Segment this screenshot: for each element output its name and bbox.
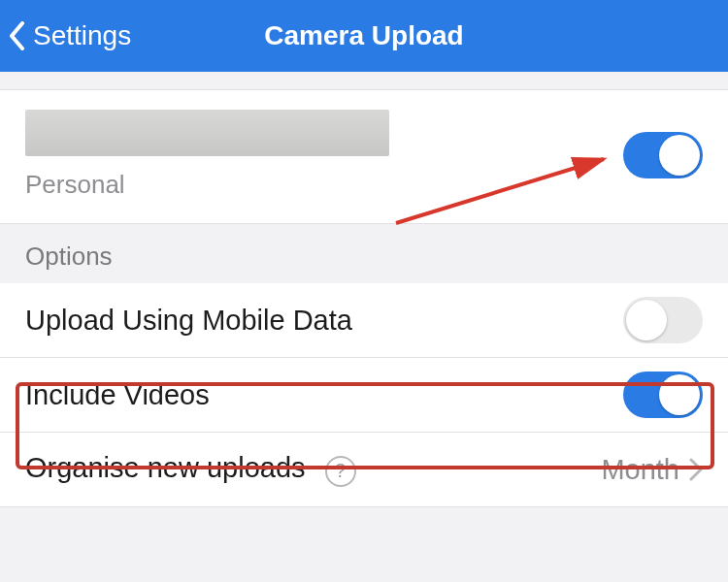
back-button[interactable]: Settings bbox=[8, 20, 131, 51]
include-videos-label: Include Videos bbox=[25, 379, 210, 411]
account-name-redacted bbox=[25, 110, 389, 156]
mobile-data-row[interactable]: Upload Using Mobile Data bbox=[0, 283, 728, 358]
navigation-bar: Settings Camera Upload bbox=[0, 0, 728, 72]
mobile-data-toggle[interactable] bbox=[623, 297, 703, 343]
include-videos-toggle[interactable] bbox=[623, 372, 703, 418]
options-section-header: Options bbox=[0, 224, 728, 283]
organise-row[interactable]: Organise new uploads ? Month bbox=[0, 433, 728, 507]
chevron-right-icon bbox=[689, 458, 703, 481]
organise-value: Month bbox=[601, 454, 679, 486]
include-videos-row[interactable]: Include Videos bbox=[0, 358, 728, 433]
organise-label-text: Organise new uploads bbox=[25, 452, 306, 483]
page-title: Camera Upload bbox=[264, 20, 463, 51]
camera-upload-toggle[interactable] bbox=[623, 132, 703, 178]
help-icon[interactable]: ? bbox=[325, 456, 356, 487]
back-label: Settings bbox=[33, 20, 131, 51]
organise-label: Organise new uploads ? bbox=[25, 452, 356, 487]
mobile-data-label: Upload Using Mobile Data bbox=[25, 305, 352, 337]
account-type-label: Personal bbox=[25, 170, 389, 200]
account-row: Personal bbox=[0, 89, 728, 224]
chevron-left-icon bbox=[8, 21, 25, 50]
